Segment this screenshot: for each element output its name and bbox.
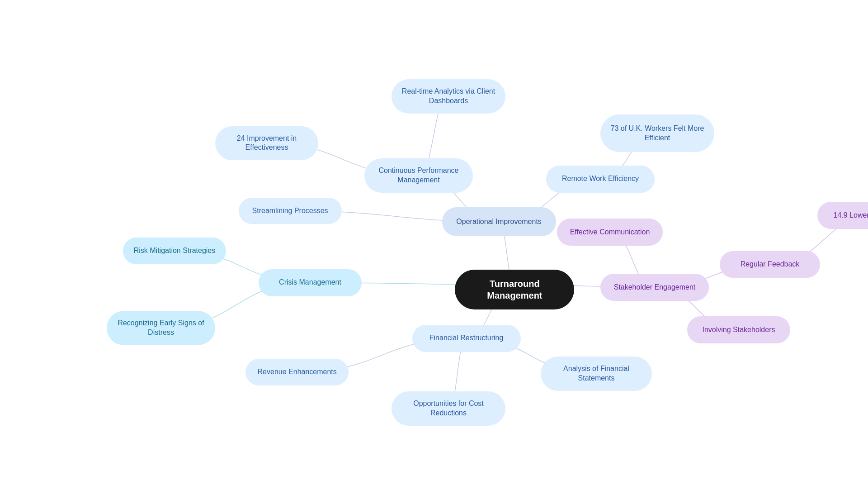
node-revenue-enhancements: Revenue Enhancements (245, 359, 349, 386)
node-improvement-effectiveness: 24 Improvement in Effectiveness (215, 126, 318, 161)
node-crisis-management: Crisis Management (259, 269, 362, 296)
node-realtime-analytics: Real-time Analytics via Client Dashboard… (392, 79, 505, 114)
node-lower-turnover: 14.9 Lower Turnover Rates (817, 202, 868, 229)
mindmap-container: Turnaround ManagementOperational Improve… (0, 0, 868, 490)
node-operational-improvements: Operational Improvements (442, 207, 556, 236)
node-financial-restructuring: Financial Restructuring (412, 325, 521, 352)
node-stakeholder-engagement: Stakeholder Engagement (600, 274, 709, 301)
node-streamlining-processes: Streamlining Processes (239, 198, 342, 224)
node-remote-work: Remote Work Efficiency (546, 166, 655, 193)
node-effective-communication: Effective Communication (557, 219, 663, 246)
node-center: Turnaround Management (455, 270, 574, 309)
node-continuous-performance: Continuous Performance Management (364, 158, 473, 193)
node-involving-stakeholders: Involving Stakeholders (687, 316, 790, 343)
node-cost-reductions: Opportunities for Cost Reductions (392, 391, 505, 426)
node-early-signs: Recognizing Early Signs of Distress (107, 311, 215, 345)
node-regular-feedback: Regular Feedback (720, 251, 820, 278)
node-risk-mitigation: Risk Mitigation Strategies (123, 238, 226, 265)
node-analysis-financial: Analysis of Financial Statements (541, 357, 652, 391)
node-73-workers: 73 of U.K. Workers Felt More Efficient (600, 114, 714, 152)
